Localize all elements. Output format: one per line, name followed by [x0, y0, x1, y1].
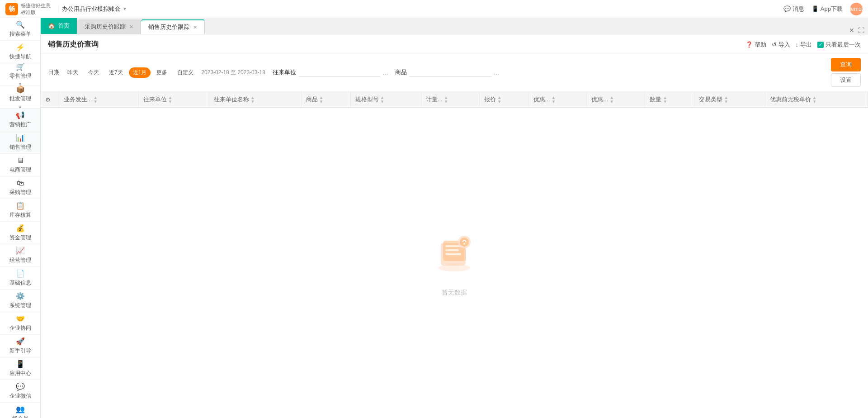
retail-icon: 🛒 — [16, 62, 25, 71]
col-spec[interactable]: 规格型号 ▲▼ — [350, 92, 421, 108]
app-download-btn[interactable]: 📱 App下载 — [811, 5, 843, 13]
sidebar-item-wholesale[interactable]: 📦 批发管理 ▲ — [0, 86, 40, 109]
sidebar-item-label: 新手引导 — [9, 347, 31, 355]
sidebar-item-inventory[interactable]: 📋 库存核算 — [0, 199, 40, 222]
date-btn-today[interactable]: 今天 — [84, 67, 103, 78]
date-btn-more[interactable]: 更多 — [152, 67, 171, 78]
goods-label: 商品 — [395, 68, 407, 76]
sidebar-item-member[interactable]: 👥 畅会员 — [0, 403, 40, 418]
logo-icon: 畅 — [5, 3, 18, 15]
page-header: 销售历史价查询 ❓ 帮助 ↺ 导入 ↓ 导出 ✓ — [41, 34, 868, 53]
main-layout: 🔍 搜索菜单 ⚡ 快捷导航 🛒 零售管理 ▼ 📦 批发管理 ▲ 📢 营销推广 📊… — [0, 18, 868, 418]
col-gear[interactable]: ⚙ — [41, 92, 59, 108]
sort-icon: ▲▼ — [497, 95, 502, 104]
date-btn-1month[interactable]: 近1月 — [129, 67, 151, 78]
sidebar-item-ecommerce[interactable]: 🖥 电商管理 — [0, 154, 40, 176]
sort-icon: ▲▼ — [319, 95, 324, 104]
sidebar-item-enterprise[interactable]: 🤝 企业协同 — [0, 312, 40, 335]
svg-rect-5 — [445, 253, 461, 255]
col-qty[interactable]: 数量 ▲▼ — [645, 92, 694, 108]
col-partner-code[interactable]: 往来单位 ▲▼ — [138, 92, 209, 108]
col-partner-name[interactable]: 往来单位名称 ▲▼ — [209, 92, 301, 108]
partner-filter-group: 往来单位 ... — [273, 68, 388, 77]
col-trade-type[interactable]: 交易类型 ▲▼ — [694, 92, 765, 108]
quick-nav-icon: ⚡ — [16, 43, 25, 52]
goods-dots[interactable]: ... — [494, 69, 499, 76]
import-btn[interactable]: ↺ 导入 — [772, 41, 790, 49]
col-biz-date[interactable]: 业务发生... ▲▼ — [59, 92, 138, 108]
user-avatar-btn[interactable]: demo2 — [850, 3, 863, 15]
tab-purchase-history[interactable]: 采购历史价跟踪 ✕ — [77, 19, 141, 34]
tab-close-sales-btn[interactable]: ✕ — [193, 24, 197, 30]
only-last-checkbox[interactable]: ✓ — [817, 42, 824, 48]
sidebar-item-new-guide[interactable]: 🚀 新手引导 — [0, 335, 40, 357]
col-goods[interactable]: 商品 ▲▼ — [301, 92, 350, 108]
col-quote[interactable]: 报价 ▲▼ — [479, 92, 528, 108]
finance-icon: 💰 — [16, 224, 25, 233]
tab-close-purchase-btn[interactable]: ✕ — [129, 24, 133, 30]
date-range-text: 2023-02-18 至 2023-03-18 — [201, 69, 265, 76]
search-icon: 🔍 — [16, 20, 25, 29]
date-btn-yesterday[interactable]: 昨天 — [63, 67, 82, 78]
sidebar-item-retail[interactable]: 🛒 零售管理 ▼ — [0, 63, 40, 86]
sidebar-item-label: 批发管理 — [9, 95, 31, 103]
system-icon: ⚙️ — [16, 292, 25, 300]
date-quick-buttons: 昨天 今天 近7天 近1月 更多 自定义 — [63, 67, 198, 78]
logo-text: 畅捷信好生意 标准版 — [21, 2, 51, 15]
app-selector[interactable]: 办公用品行业模拟账套 ▼ — [58, 5, 131, 13]
sort-icon: ▲▼ — [93, 95, 98, 104]
sidebar-item-label: 营销推广 — [9, 121, 31, 128]
tab-home[interactable]: 🏠 首页 — [41, 18, 77, 34]
top-bar: 畅 畅捷信好生意 标准版 办公用品行业模拟账套 ▼ 💬 消息 📱 App下载 d… — [0, 0, 868, 18]
sidebar-item-enterprise-wechat[interactable]: 💬 企业微信 — [0, 380, 40, 403]
avatar: demo2 — [850, 3, 863, 15]
sidebar-item-sales-mgmt[interactable]: 📊 销售管理 — [0, 131, 40, 154]
query-button[interactable]: 查询 — [831, 58, 861, 71]
col-unit[interactable]: 计量... ▲▼ — [421, 92, 479, 108]
partner-input[interactable] — [299, 68, 380, 77]
tab-bar: 🏠 首页 采购历史价跟踪 ✕ 销售历史价跟踪 ✕ ✕ ⛶ — [41, 18, 868, 34]
sidebar-item-basic-info[interactable]: 📄 基础信息 — [0, 267, 40, 290]
tab-sales-history[interactable]: 销售历史价跟踪 ✕ — [141, 19, 205, 34]
col-discount2[interactable]: 优惠... ▲▼ — [587, 92, 645, 108]
sidebar-item-marketing[interactable]: 📢 营销推广 — [0, 109, 40, 131]
partner-dots[interactable]: ... — [383, 69, 388, 76]
sidebar-item-quick-nav[interactable]: ⚡ 快捷导航 — [0, 41, 40, 63]
import-icon: ↺ — [772, 41, 777, 48]
svg-point-8 — [463, 243, 465, 245]
col-discount1[interactable]: 优惠... ▲▼ — [528, 92, 587, 108]
enterprise-icon: 🤝 — [16, 314, 25, 323]
logo-area[interactable]: 畅 畅捷信好生意 标准版 — [5, 2, 51, 15]
gear-icon: ⚙ — [45, 96, 51, 103]
business-icon: 📈 — [16, 247, 25, 255]
export-btn[interactable]: ↓ 导出 — [796, 41, 812, 49]
goods-input[interactable] — [410, 68, 491, 77]
col-pre-tax-price[interactable]: 优惠前无税单价 ▲▼ — [765, 92, 868, 108]
help-btn[interactable]: ❓ 帮助 — [745, 41, 766, 49]
sidebar-item-label: 企业协同 — [9, 324, 31, 332]
sales-mgmt-icon: 📊 — [16, 133, 25, 142]
sort-icon: ▲▼ — [609, 95, 614, 104]
sidebar-item-search[interactable]: 🔍 搜索菜单 — [0, 18, 40, 41]
tab-maximize-btn[interactable]: ⛶ — [858, 27, 864, 34]
sidebar-item-label: 采购管理 — [9, 189, 31, 196]
date-btn-custom[interactable]: 自定义 — [173, 67, 198, 78]
partner-label: 往来单位 — [273, 68, 296, 76]
sidebar-item-app-center[interactable]: 📱 应用中心 — [0, 357, 40, 380]
sort-icon: ▲▼ — [724, 95, 728, 104]
sidebar-item-finance[interactable]: 💰 资金管理 — [0, 222, 40, 244]
settings-button[interactable]: 设置 — [831, 73, 861, 87]
sidebar-item-label: 资金管理 — [9, 234, 31, 242]
sidebar-item-purchase[interactable]: 🛍 采购管理 — [0, 176, 40, 199]
sidebar-item-label: 基础信息 — [9, 279, 31, 287]
help-icon: ❓ — [745, 41, 753, 48]
date-btn-7days[interactable]: 近7天 — [105, 67, 127, 78]
message-btn[interactable]: 💬 消息 — [783, 5, 804, 13]
svg-point-7 — [460, 238, 469, 247]
sidebar-item-system[interactable]: ⚙️ 系统管理 — [0, 290, 40, 312]
sidebar-item-business[interactable]: 📈 经营管理 — [0, 244, 40, 267]
inventory-icon: 📋 — [16, 201, 25, 210]
sort-icon: ▲▼ — [444, 95, 448, 104]
only-last-checkbox-area[interactable]: ✓ 只看最后一次 — [817, 41, 861, 49]
tab-close-all-btn[interactable]: ✕ — [849, 27, 854, 34]
